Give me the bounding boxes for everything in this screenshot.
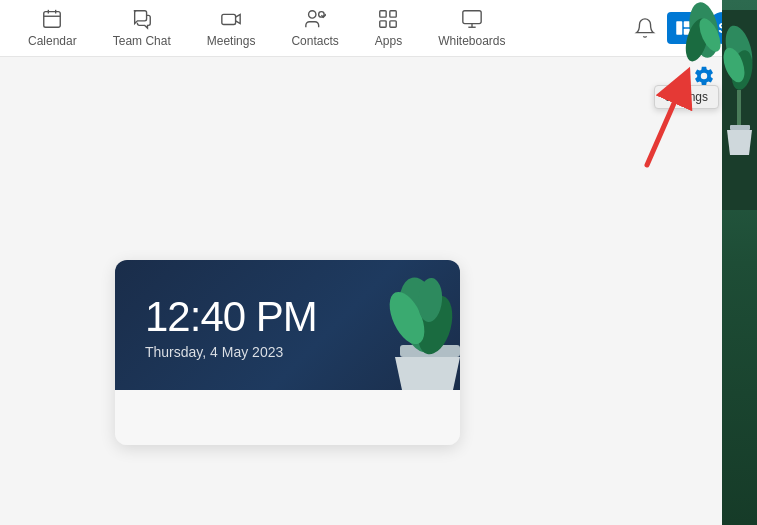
svg-rect-0 (44, 12, 61, 28)
right-sidebar (722, 0, 757, 525)
apps-icon (377, 8, 399, 30)
nav-label-whiteboards: Whiteboards (438, 34, 505, 48)
svg-rect-10 (390, 21, 396, 27)
nav-item-calendar[interactable]: Calendar (10, 0, 95, 56)
nav-label-team-chat: Team Chat (113, 34, 171, 48)
card-time: 12:40 PM (145, 296, 317, 338)
card-plant-icon (345, 260, 460, 390)
svg-marker-30 (395, 357, 460, 390)
meetings-icon (220, 8, 242, 30)
bell-button[interactable] (631, 14, 659, 42)
card-time-text: 12:40 PM Thursday, 4 May 2023 (145, 296, 317, 360)
card-bottom (115, 390, 460, 445)
nav-item-apps[interactable]: Apps (357, 0, 420, 56)
nav-label-meetings: Meetings (207, 34, 256, 48)
calendar-icon (41, 8, 63, 30)
svg-point-6 (319, 12, 325, 18)
svg-rect-22 (730, 125, 750, 130)
svg-point-5 (309, 11, 316, 18)
svg-rect-8 (390, 11, 396, 17)
nav-label-calendar: Calendar (28, 34, 77, 48)
nav-label-apps: Apps (375, 34, 402, 48)
svg-marker-23 (727, 130, 752, 155)
card-widget: 12:40 PM Thursday, 4 May 2023 (115, 260, 460, 445)
whiteboards-icon (461, 8, 483, 30)
contacts-icon (304, 8, 326, 30)
nav-item-contacts[interactable]: Contacts (273, 0, 356, 56)
nav-item-whiteboards[interactable]: Whiteboards (420, 0, 523, 56)
red-arrow (577, 55, 707, 185)
navbar: Calendar Team Chat Meetings Contact (0, 0, 757, 57)
team-chat-icon (131, 8, 153, 30)
nav-label-contacts: Contacts (291, 34, 338, 48)
svg-rect-9 (380, 21, 386, 27)
svg-rect-4 (222, 14, 236, 24)
bell-icon (634, 17, 656, 39)
svg-rect-11 (463, 11, 481, 24)
svg-rect-21 (737, 90, 741, 130)
nav-items: Calendar Team Chat Meetings Contact (10, 0, 631, 56)
svg-line-28 (647, 85, 682, 165)
card-top: 12:40 PM Thursday, 4 May 2023 (115, 260, 460, 390)
nav-item-team-chat[interactable]: Team Chat (95, 0, 189, 56)
card-date: Thursday, 4 May 2023 (145, 344, 317, 360)
svg-rect-7 (380, 11, 386, 17)
plant-decoration (722, 10, 757, 210)
nav-item-meetings[interactable]: Meetings (189, 0, 274, 56)
